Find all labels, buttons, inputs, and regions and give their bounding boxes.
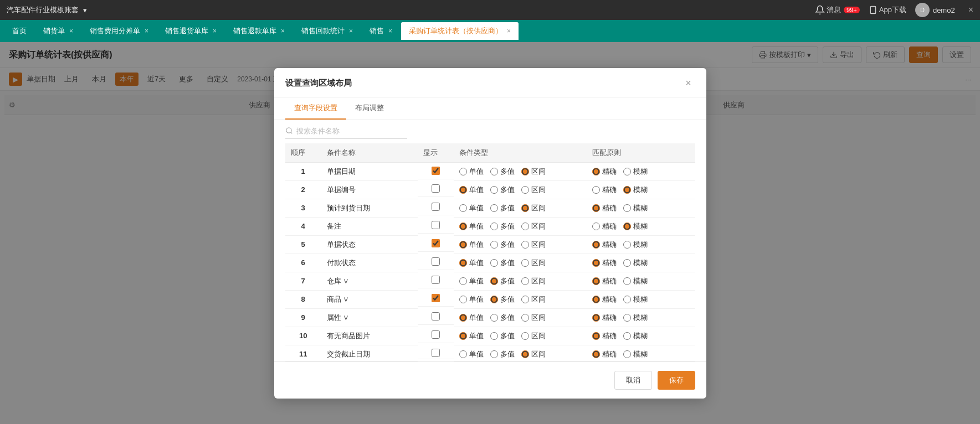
show-checkbox[interactable] (432, 221, 440, 229)
type-option[interactable]: 单值 (459, 294, 484, 304)
tab-expense-close[interactable]: × (145, 27, 148, 35)
tab-sales2[interactable]: 销售退货单库 × (157, 22, 224, 40)
show-checkbox[interactable] (432, 294, 440, 302)
type-option[interactable]: 多值 (490, 349, 515, 359)
match-option[interactable]: 精确 (592, 167, 617, 177)
tab-tab6-close[interactable]: × (388, 27, 392, 35)
show-checkbox[interactable] (432, 276, 440, 284)
type-option[interactable]: 单值 (459, 331, 484, 341)
cell-show[interactable] (418, 345, 454, 359)
tab-expense[interactable]: 销售费用分摊单 × (82, 22, 156, 40)
dropdown-arrow[interactable]: ▾ (83, 6, 87, 14)
cell-show[interactable] (418, 217, 454, 234)
type-option[interactable]: 区间 (521, 203, 546, 213)
match-option[interactable]: 模糊 (623, 313, 648, 323)
match-option[interactable]: 精确 (592, 276, 617, 286)
type-option[interactable]: 多值 (490, 221, 515, 231)
modal-tab-layout[interactable]: 布局调整 (346, 97, 393, 120)
type-option[interactable]: 单值 (459, 349, 484, 359)
show-checkbox[interactable] (432, 257, 440, 266)
match-option[interactable]: 精确 (592, 240, 617, 250)
cell-show[interactable] (418, 235, 454, 252)
match-option[interactable]: 模糊 (623, 349, 648, 359)
type-option[interactable]: 多值 (490, 240, 515, 250)
cell-show[interactable] (418, 163, 454, 179)
type-option[interactable]: 单值 (459, 221, 484, 231)
type-option[interactable]: 多值 (490, 276, 515, 286)
match-option[interactable]: 模糊 (623, 294, 648, 304)
match-option[interactable]: 精确 (592, 331, 617, 341)
type-option[interactable]: 多值 (490, 313, 515, 323)
match-option[interactable]: 模糊 (623, 240, 648, 250)
cell-show[interactable] (418, 272, 454, 288)
type-option[interactable]: 单值 (459, 276, 484, 286)
show-checkbox[interactable] (432, 184, 440, 193)
type-option[interactable]: 区间 (521, 185, 546, 195)
tab-sales[interactable]: 销货单 × (35, 22, 81, 40)
app-close-button[interactable]: × (968, 5, 973, 15)
cell-show[interactable] (418, 254, 454, 270)
type-option[interactable]: 多值 (490, 331, 515, 341)
tab-purchase[interactable]: 采购订单统计表（按供应商） × (401, 22, 519, 40)
modal-close-button[interactable]: × (682, 77, 695, 90)
type-option[interactable]: 多值 (490, 185, 515, 195)
match-option[interactable]: 精确 (592, 349, 617, 359)
type-option[interactable]: 多值 (490, 203, 515, 213)
match-option[interactable]: 精确 (592, 258, 617, 268)
type-option[interactable]: 单值 (459, 185, 484, 195)
type-option[interactable]: 区间 (521, 349, 546, 359)
cancel-button[interactable]: 取消 (614, 371, 652, 390)
tab-tab6[interactable]: 销售 × (362, 22, 400, 40)
type-option[interactable]: 单值 (459, 258, 484, 268)
match-option[interactable]: 模糊 (623, 276, 648, 286)
match-option[interactable]: 模糊 (623, 331, 648, 341)
match-option[interactable]: 模糊 (623, 258, 648, 268)
match-option[interactable]: 模糊 (623, 203, 648, 213)
type-option[interactable]: 多值 (490, 294, 515, 304)
type-option[interactable]: 区间 (521, 294, 546, 304)
modal-backdrop[interactable]: 设置查询区域布局 × 查询字段设置 布局调整 (0, 42, 980, 424)
show-checkbox[interactable] (432, 312, 440, 320)
cell-show[interactable] (418, 290, 454, 307)
match-option[interactable]: 精确 (592, 294, 617, 304)
type-option[interactable]: 区间 (521, 276, 546, 286)
tab-tab4[interactable]: 销售退款单库 × (225, 22, 293, 40)
modal-tab-fields[interactable]: 查询字段设置 (285, 97, 346, 120)
tab-home[interactable]: 首页 (4, 22, 34, 40)
save-button[interactable]: 保存 (658, 371, 695, 390)
notification-icon[interactable]: 消息 99+ (815, 5, 860, 15)
type-option[interactable]: 区间 (521, 240, 546, 250)
type-option[interactable]: 区间 (521, 167, 546, 177)
tab-tab5[interactable]: 销售回款统计 × (294, 22, 361, 40)
cell-show[interactable] (418, 180, 454, 197)
cell-show[interactable] (418, 199, 454, 215)
search-input[interactable] (296, 127, 396, 135)
type-option[interactable]: 单值 (459, 203, 484, 213)
type-option[interactable]: 多值 (490, 167, 515, 177)
type-option[interactable]: 单值 (459, 240, 484, 250)
type-option[interactable]: 单值 (459, 313, 484, 323)
cell-show[interactable] (418, 327, 454, 343)
match-option[interactable]: 精确 (592, 313, 617, 323)
match-option[interactable]: 模糊 (623, 167, 648, 177)
user-avatar[interactable]: D demo2 (915, 3, 955, 17)
show-checkbox[interactable] (432, 330, 440, 339)
show-checkbox[interactable] (432, 167, 440, 175)
tab-sales-close[interactable]: × (69, 27, 73, 35)
show-checkbox[interactable] (432, 349, 440, 357)
show-checkbox[interactable] (432, 239, 440, 247)
type-option[interactable]: 区间 (521, 258, 546, 268)
tab-tab5-close[interactable]: × (349, 27, 353, 35)
tab-tab4-close[interactable]: × (281, 27, 285, 35)
match-option[interactable]: 模糊 (623, 185, 648, 195)
type-option[interactable]: 区间 (521, 331, 546, 341)
type-option[interactable]: 单值 (459, 167, 484, 177)
show-checkbox[interactable] (432, 203, 440, 211)
match-option[interactable]: 精确 (592, 221, 617, 231)
type-option[interactable]: 区间 (521, 221, 546, 231)
match-option[interactable]: 精确 (592, 203, 617, 213)
app-download-btn[interactable]: App下载 (869, 5, 906, 15)
tab-sales2-close[interactable]: × (213, 27, 217, 35)
tab-purchase-close[interactable]: × (507, 27, 511, 35)
type-option[interactable]: 区间 (521, 313, 546, 323)
